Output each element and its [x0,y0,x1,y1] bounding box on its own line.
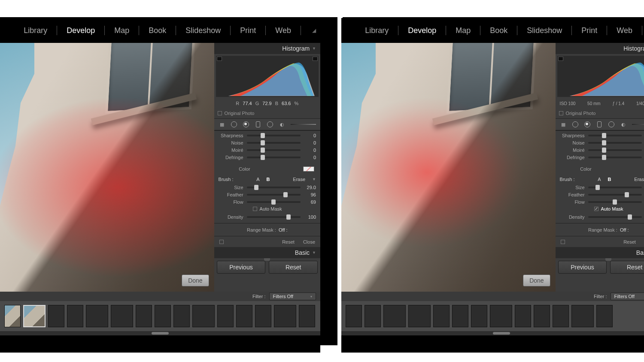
thumbnail[interactable] [23,305,46,327]
slider-size[interactable]: Size29.0 [560,184,644,191]
thumbnail[interactable] [490,305,512,327]
thumbnail[interactable] [299,305,315,327]
brush-erase[interactable]: Erase [634,177,644,182]
spot-tool-icon[interactable] [231,121,237,128]
done-button[interactable]: Done [182,275,209,287]
disclosure-icon[interactable]: ▼ [312,177,316,181]
pin-toggle-icon[interactable] [219,240,224,244]
module-slideshow[interactable]: Slideshow [527,26,562,35]
module-print[interactable]: Print [240,26,256,35]
slider-noise[interactable]: Noise0 [560,139,644,146]
module-develop[interactable]: Develop [408,26,436,35]
crop-tool-icon[interactable]: ▦ [560,121,567,128]
redeye-tool-icon[interactable] [243,121,249,128]
thumbnail[interactable] [192,305,215,327]
thumbnail[interactable] [155,305,171,327]
thumbnail[interactable] [571,305,594,327]
slider-feather[interactable]: Feather96 [560,191,644,198]
reset-link[interactable]: Reset [623,239,636,244]
canvas[interactable]: Done [341,43,556,292]
module-book[interactable]: Book [490,26,507,35]
thumbnail[interactable] [274,305,296,327]
filmstrip-scrollbar[interactable] [0,331,320,335]
thumbnail[interactable] [4,305,21,327]
reset-button[interactable]: Reset [610,261,644,274]
module-book[interactable]: Book [149,26,166,35]
thumbnail[interactable] [217,305,234,327]
thumbnail[interactable] [86,305,108,327]
color-swatch-row[interactable]: Color [219,165,316,172]
thumbnail[interactable] [452,305,468,327]
thumbnail[interactable] [515,305,531,327]
color-swatch[interactable] [303,166,314,172]
thumbnail[interactable] [67,305,83,327]
filter-select[interactable]: Filters Off▾ [269,293,316,300]
original-photo-checkbox[interactable]: Original Photo [214,108,320,118]
graduated-tool-icon[interactable] [596,121,603,128]
close-link[interactable]: Close [303,239,315,244]
thumbnail[interactable] [596,305,613,327]
brush-a[interactable]: A [256,177,259,182]
radial-tool-icon[interactable] [608,121,615,128]
previous-button[interactable]: Previous [558,261,607,274]
slider-defringe[interactable]: Defringe0 [219,154,316,161]
thumbnail[interactable] [48,305,64,327]
range-mask-row[interactable]: Range Mask : Off : [556,223,644,236]
histogram-header[interactable]: Histogram▼ [214,43,320,54]
filmstrip-scrollbar[interactable] [341,331,644,335]
thumbnail[interactable] [383,305,406,327]
crop-tool-icon[interactable]: ▦ [219,121,225,128]
thumbnail[interactable] [534,305,550,327]
basic-panel-header[interactable]: Basic▼ [556,247,644,258]
module-library[interactable]: Library [24,26,47,35]
module-print[interactable]: Print [581,26,597,35]
auto-mask-checkbox[interactable]: Auto Mask [219,205,316,213]
histogram[interactable] [216,56,319,97]
module-web[interactable]: Web [275,26,291,35]
module-map[interactable]: Map [456,26,471,35]
color-swatch-row[interactable]: Color [560,165,644,172]
slider-sharpness[interactable]: Sharpness0 [219,132,316,139]
thumbnail[interactable] [553,305,569,327]
thumbnail[interactable] [433,305,450,327]
slider-noise[interactable]: Noise0 [219,139,316,146]
original-photo-checkbox[interactable]: Original Photo [556,108,644,118]
slider-moire[interactable]: Moiré0 [219,146,316,154]
auto-mask-checkbox[interactable]: Auto Mask [560,205,644,213]
thumbnail[interactable] [136,305,152,327]
basic-panel-header[interactable]: Basic▼ [214,247,320,258]
pin-toggle-icon[interactable] [561,240,565,244]
brush-erase[interactable]: Erase [293,177,305,182]
module-library[interactable]: Library [365,26,389,35]
reset-link[interactable]: Reset [282,239,295,244]
slider-density[interactable]: Density100 [219,213,316,220]
thumbnail[interactable] [255,305,271,327]
brush-a[interactable]: A [598,177,601,182]
thumbnail[interactable] [365,305,381,327]
slider-moire[interactable]: Moiré0 [560,146,644,154]
filmstrip[interactable] [0,301,320,331]
reset-button[interactable]: Reset [269,261,318,274]
thumbnail[interactable] [173,305,190,327]
filter-select[interactable]: Filters Off▾ [611,293,644,300]
brush-b[interactable]: B [267,177,270,182]
module-map[interactable]: Map [114,26,129,35]
radial-tool-icon[interactable] [267,121,273,128]
module-more-icon[interactable]: ◢ [312,27,316,33]
done-button[interactable]: Done [523,275,550,287]
graduated-tool-icon[interactable] [255,121,261,128]
brush-tool-icon[interactable]: ◐ [279,121,286,128]
slider-density[interactable]: Density100 [560,213,644,220]
module-develop[interactable]: Develop [67,26,95,35]
slider-flow[interactable]: Flow69 [219,198,316,205]
histogram[interactable] [557,56,644,97]
slider-sharpness[interactable]: Sharpness0 [560,132,644,139]
range-mask-row[interactable]: Range Mask : Off : [214,223,320,236]
thumbnail[interactable] [346,305,362,327]
redeye-tool-icon[interactable] [584,121,591,128]
module-slideshow[interactable]: Slideshow [185,26,221,35]
thumbnail[interactable] [408,305,431,327]
canvas[interactable]: Done [0,43,214,292]
thumbnail[interactable] [111,305,133,327]
spot-tool-icon[interactable] [572,121,579,128]
